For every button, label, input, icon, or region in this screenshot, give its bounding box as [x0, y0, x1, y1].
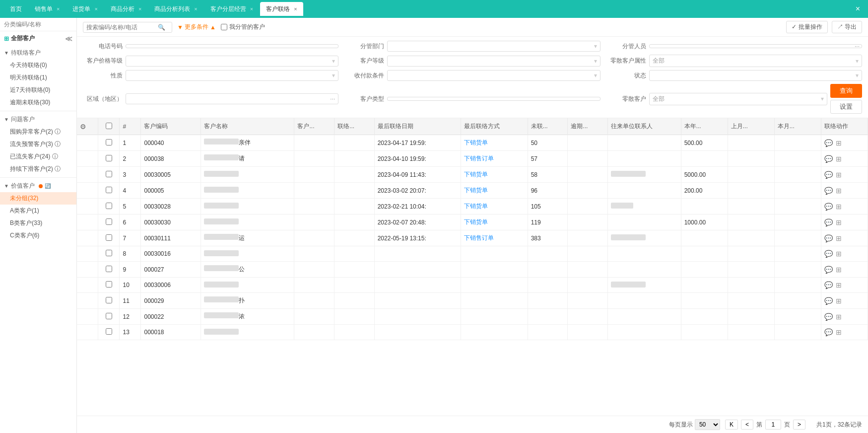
- tab-product-list-close[interactable]: ×: [194, 6, 197, 12]
- sidebar-item-today[interactable]: 今天待联络(0): [0, 59, 76, 72]
- sidebar-item-groupC[interactable]: C类客户(6): [0, 229, 76, 242]
- next-page-button[interactable]: >: [793, 420, 805, 430]
- chat-icon[interactable]: 💬: [824, 187, 833, 195]
- tab-product-list[interactable]: 商品分析列表 ×: [148, 2, 203, 16]
- sidebar-item-lost[interactable]: 已流失客户(24) ⓘ: [0, 150, 76, 163]
- tab-customer-contact-close[interactable]: ×: [294, 6, 297, 12]
- chat-icon[interactable]: 💬: [824, 250, 833, 258]
- sidebar-item-tomorrow[interactable]: 明天待联络(1): [0, 72, 76, 84]
- chat-icon[interactable]: 💬: [824, 297, 833, 305]
- settings-icon[interactable]: ⚙: [80, 123, 86, 131]
- grid-icon[interactable]: ⊞: [836, 187, 842, 195]
- filter-retail-select[interactable]: 全部▾: [649, 93, 827, 105]
- filter-nature-select[interactable]: ▾: [126, 70, 338, 81]
- tab-purchase[interactable]: 进货单 ×: [67, 2, 103, 16]
- grid-icon[interactable]: ⊞: [836, 281, 842, 289]
- tab-customer-manager[interactable]: 客户分层经营 ×: [204, 2, 259, 16]
- my-customers-check[interactable]: [221, 24, 227, 30]
- chat-icon[interactable]: 💬: [824, 234, 833, 242]
- cell-check[interactable]: [98, 167, 120, 183]
- row-checkbox[interactable]: [106, 171, 112, 177]
- tab-sales[interactable]: 销售单 ×: [29, 2, 66, 16]
- tab-product-analysis[interactable]: 商品分析 ×: [105, 2, 147, 16]
- cell-check[interactable]: [98, 151, 120, 167]
- grid-icon[interactable]: ⊞: [836, 266, 842, 274]
- cell-check[interactable]: [98, 325, 120, 340]
- col-code[interactable]: 客户编码: [141, 118, 201, 135]
- cell-check[interactable]: [98, 135, 120, 151]
- tab-sales-close[interactable]: ×: [57, 6, 60, 12]
- chat-icon[interactable]: 💬: [824, 281, 833, 289]
- row-checkbox[interactable]: [106, 297, 112, 303]
- col-unit-contact[interactable]: 往来单位联系人: [607, 118, 681, 135]
- row-checkbox[interactable]: [106, 203, 112, 209]
- row-checkbox[interactable]: [106, 328, 112, 335]
- row-checkbox[interactable]: [106, 281, 112, 288]
- filter-status-select[interactable]: ▾: [649, 70, 862, 81]
- grid-icon[interactable]: ⊞: [836, 218, 842, 226]
- last-method-link[interactable]: 下销货单: [464, 171, 488, 178]
- cell-check[interactable]: [98, 183, 120, 199]
- col-last-method[interactable]: 最后联络方式: [461, 118, 528, 135]
- grid-icon[interactable]: ⊞: [836, 155, 842, 163]
- filter-customer-type-select[interactable]: [387, 97, 600, 101]
- row-checkbox[interactable]: [106, 187, 112, 193]
- tab-product-analysis-close[interactable]: ×: [138, 6, 141, 12]
- filter-customer-level-select[interactable]: ▾: [387, 56, 600, 67]
- filter-retail-attr-select[interactable]: 全部▾: [649, 55, 862, 67]
- more-conditions-btn[interactable]: ▼ 更多条件 ▲: [177, 23, 216, 31]
- row-checkbox[interactable]: [106, 234, 112, 241]
- last-method-link[interactable]: 下销货单: [464, 218, 488, 225]
- grid-icon[interactable]: ⊞: [836, 203, 842, 211]
- group-value[interactable]: ▼ 价值客户 🔄: [0, 180, 76, 192]
- export-button[interactable]: ↗ 导出: [832, 21, 862, 33]
- tab-customer-manager-close[interactable]: ×: [250, 6, 253, 12]
- col-name[interactable]: 客户名称: [201, 118, 294, 135]
- last-method-link[interactable]: 下销货单: [464, 139, 488, 146]
- filter-price-level-select[interactable]: ▾: [126, 56, 338, 67]
- select-all-checkbox[interactable]: [106, 123, 112, 129]
- row-checkbox[interactable]: [106, 155, 112, 161]
- cell-check[interactable]: [98, 293, 120, 309]
- col-settings[interactable]: ⚙: [77, 118, 98, 135]
- col-this-year[interactable]: 本年...: [681, 118, 728, 135]
- cell-check[interactable]: [98, 215, 120, 230]
- sidebar-item-groupA[interactable]: A类客户(1): [0, 205, 76, 217]
- last-method-link[interactable]: 下销售订单: [464, 155, 494, 162]
- cell-check[interactable]: [98, 199, 120, 215]
- grid-icon[interactable]: ⊞: [836, 250, 842, 258]
- row-checkbox[interactable]: [106, 313, 112, 319]
- group-problem[interactable]: ▼ 问题客户: [0, 113, 76, 126]
- sidebar-item-lost-risk[interactable]: 流失预警客户(3) ⓘ: [0, 138, 76, 150]
- row-checkbox[interactable]: [106, 218, 112, 225]
- reset-button[interactable]: 设置: [830, 100, 862, 114]
- batch-button[interactable]: ✓ 批量操作: [786, 21, 827, 33]
- row-checkbox[interactable]: [106, 250, 112, 256]
- chat-icon[interactable]: 💬: [824, 218, 833, 226]
- col-uncontacted[interactable]: 未联...: [528, 118, 568, 135]
- cell-check[interactable]: [98, 262, 120, 278]
- first-page-button[interactable]: K: [725, 420, 738, 430]
- cell-check[interactable]: [98, 246, 120, 262]
- col-overdue[interactable]: 逾期...: [568, 118, 608, 135]
- chat-icon[interactable]: 💬: [824, 139, 833, 147]
- tab-home[interactable]: 首页: [4, 2, 28, 16]
- col-type[interactable]: 客户...: [294, 118, 334, 135]
- filter-phone-input[interactable]: [126, 44, 338, 48]
- row-checkbox[interactable]: [106, 139, 112, 145]
- grid-icon[interactable]: ⊞: [836, 234, 842, 242]
- grid-icon[interactable]: ⊞: [836, 297, 842, 305]
- sidebar-item-abnormal[interactable]: 囤购异常客户(2) ⓘ: [0, 126, 76, 138]
- sidebar-item-7days[interactable]: 近7天待联络(0): [0, 84, 76, 96]
- tab-customer-contact[interactable]: 客户联络 ×: [260, 2, 303, 16]
- chat-icon[interactable]: 💬: [824, 328, 833, 336]
- search-icon[interactable]: 🔍: [158, 24, 165, 31]
- group-pending[interactable]: ▼ 待联络客户: [0, 47, 76, 59]
- cell-check[interactable]: [98, 278, 120, 293]
- sidebar-item-overdue[interactable]: 逾期未联络(30): [0, 96, 76, 109]
- col-last-month[interactable]: 上月...: [728, 118, 774, 135]
- cell-check[interactable]: [98, 309, 120, 325]
- col-this-month[interactable]: 本月...: [774, 118, 821, 135]
- tab-purchase-close[interactable]: ×: [94, 6, 97, 12]
- chat-icon[interactable]: 💬: [824, 203, 833, 211]
